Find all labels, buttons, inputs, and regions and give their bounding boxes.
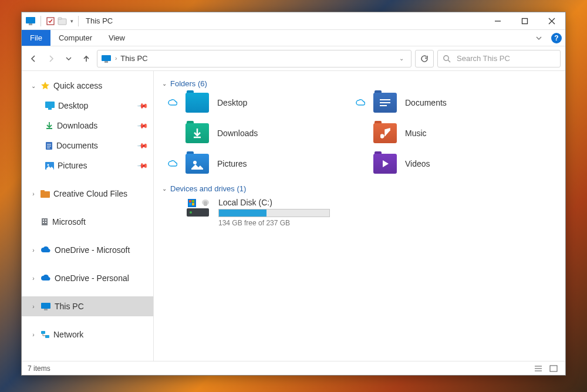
sidebar-item-label: Pictures: [58, 161, 87, 170]
svg-rect-0: [26, 17, 35, 23]
details-view-button[interactable]: [532, 363, 544, 374]
pictures-icon: [45, 162, 54, 170]
chevron-down-icon[interactable]: ⌄: [162, 185, 167, 192]
svg-rect-10: [104, 61, 108, 63]
tab-file[interactable]: File: [22, 30, 50, 46]
chevron-right-icon[interactable]: ›: [30, 303, 37, 310]
minimize-button[interactable]: [484, 12, 511, 30]
svg-rect-43: [192, 203, 194, 205]
sidebar-item-label: Desktop: [58, 101, 88, 110]
search-input[interactable]: [456, 53, 555, 63]
status-bar: 7 items: [22, 361, 565, 375]
pin-icon[interactable]: 📌: [137, 160, 149, 172]
new-folder-icon[interactable]: [58, 17, 67, 25]
cloud-status-icon: [356, 99, 365, 106]
group-header-label: Devices and drives (1): [170, 184, 246, 193]
folder-icon: [373, 154, 397, 174]
sidebar-item-onedrive-microsoft[interactable]: › OneDrive - Microsoft: [22, 240, 153, 260]
svg-rect-28: [41, 303, 50, 309]
chevron-right-icon[interactable]: ›: [30, 332, 37, 338]
group-header-folders[interactable]: ⌄ Folders (6): [162, 79, 557, 88]
search-box[interactable]: [437, 50, 561, 67]
properties-icon[interactable]: [46, 16, 55, 26]
svg-rect-4: [58, 18, 62, 19]
folder-label: Music: [405, 129, 427, 138]
drive-item-local-disk-c[interactable]: Local Disk (C:) 134 GB free of 237 GB: [185, 198, 367, 227]
download-icon: [45, 121, 53, 130]
sidebar-item-desktop[interactable]: Desktop 📌: [22, 96, 153, 116]
up-button[interactable]: [79, 52, 93, 66]
chevron-right-icon[interactable]: ›: [30, 191, 37, 197]
this-pc-icon: [41, 302, 51, 310]
sidebar-item-creative-cloud[interactable]: › Creative Cloud Files: [22, 184, 153, 204]
folder-item-music[interactable]: Music: [356, 123, 520, 143]
drive-icon: [185, 198, 211, 219]
svg-rect-26: [43, 222, 44, 223]
address-dropdown-icon[interactable]: ⌄: [396, 55, 407, 62]
ribbon-collapse-icon[interactable]: [530, 30, 548, 46]
address-bar[interactable]: › This PC ⌄: [97, 50, 411, 67]
breadcrumb-chevron-icon[interactable]: ›: [115, 55, 117, 62]
sidebar-item-documents[interactable]: Documents 📌: [22, 136, 153, 156]
folder-item-documents[interactable]: Documents: [356, 93, 520, 113]
sidebar-item-label: This PC: [55, 302, 84, 311]
separator: [41, 16, 41, 26]
folder-icon: [373, 93, 397, 113]
recent-locations-button[interactable]: [62, 52, 76, 66]
sidebar-item-onedrive-personal[interactable]: › OneDrive - Personal: [22, 268, 153, 288]
quick-access-toolbar: ▾: [25, 16, 81, 26]
svg-rect-29: [44, 309, 48, 310]
chevron-down-icon[interactable]: ⌄: [30, 83, 37, 89]
folder-label: Downloads: [217, 129, 258, 138]
nav-toolbar: › This PC ⌄: [22, 46, 565, 71]
breadcrumb-item[interactable]: This PC: [120, 54, 147, 63]
folder-icon: [185, 93, 209, 113]
tab-view[interactable]: View: [100, 30, 133, 46]
close-button[interactable]: [538, 12, 565, 30]
window-controls: [484, 12, 565, 30]
back-button[interactable]: [26, 52, 41, 66]
svg-rect-48: [550, 366, 557, 371]
chevron-down-icon[interactable]: ⌄: [162, 80, 167, 87]
sidebar-quick-access[interactable]: ⌄ Quick access: [22, 76, 153, 96]
folder-item-downloads[interactable]: Downloads: [168, 123, 332, 143]
chevron-right-icon[interactable]: ›: [30, 275, 37, 282]
navigation-pane[interactable]: ⌄ Quick access Desktop 📌 Downloads 📌 Doc…: [22, 71, 154, 361]
this-pc-icon: [101, 55, 112, 63]
folder-item-desktop[interactable]: Desktop: [168, 93, 332, 113]
pin-icon[interactable]: 📌: [137, 120, 149, 132]
sidebar-item-this-pc[interactable]: › This PC: [22, 296, 153, 316]
svg-rect-9: [102, 55, 111, 61]
cloud-status-icon: [168, 160, 177, 167]
sidebar-item-network[interactable]: › Network: [22, 325, 153, 344]
sidebar-item-downloads[interactable]: Downloads 📌: [22, 116, 153, 136]
chevron-right-icon[interactable]: ›: [30, 247, 37, 254]
cloud-icon: [41, 246, 51, 254]
svg-rect-13: [45, 102, 55, 108]
svg-rect-30: [41, 331, 45, 334]
folder-item-videos[interactable]: Videos: [356, 154, 520, 174]
folder-icon: [185, 154, 209, 174]
titlebar[interactable]: ▾ This PC: [22, 12, 565, 30]
star-icon: [41, 81, 50, 90]
sidebar-item-microsoft[interactable]: › Microsoft: [22, 212, 153, 232]
svg-rect-40: [189, 200, 191, 202]
maximize-button[interactable]: [511, 12, 538, 30]
help-button[interactable]: ?: [548, 30, 565, 46]
group-header-drives[interactable]: ⌄ Devices and drives (1): [162, 184, 557, 193]
drive-usage-bar: [218, 209, 330, 217]
pin-icon[interactable]: 📌: [137, 100, 149, 112]
qat-dropdown-icon[interactable]: ▾: [70, 18, 73, 24]
forward-button[interactable]: [44, 52, 58, 66]
status-item-count: 7 items: [28, 364, 50, 373]
sidebar-item-pictures[interactable]: Pictures 📌: [22, 156, 153, 175]
sidebar-item-label: Creative Cloud Files: [53, 189, 127, 198]
tab-computer[interactable]: Computer: [50, 30, 100, 46]
content-pane[interactable]: ⌄ Folders (6) Desktop: [154, 71, 565, 361]
network-icon: [41, 330, 50, 339]
pin-icon[interactable]: 📌: [137, 140, 149, 152]
refresh-button[interactable]: [415, 50, 434, 67]
folder-item-pictures[interactable]: Pictures: [168, 154, 332, 174]
large-icons-view-button[interactable]: [548, 363, 559, 374]
file-explorer-window: ▾ This PC File Computer View ?: [21, 12, 566, 376]
